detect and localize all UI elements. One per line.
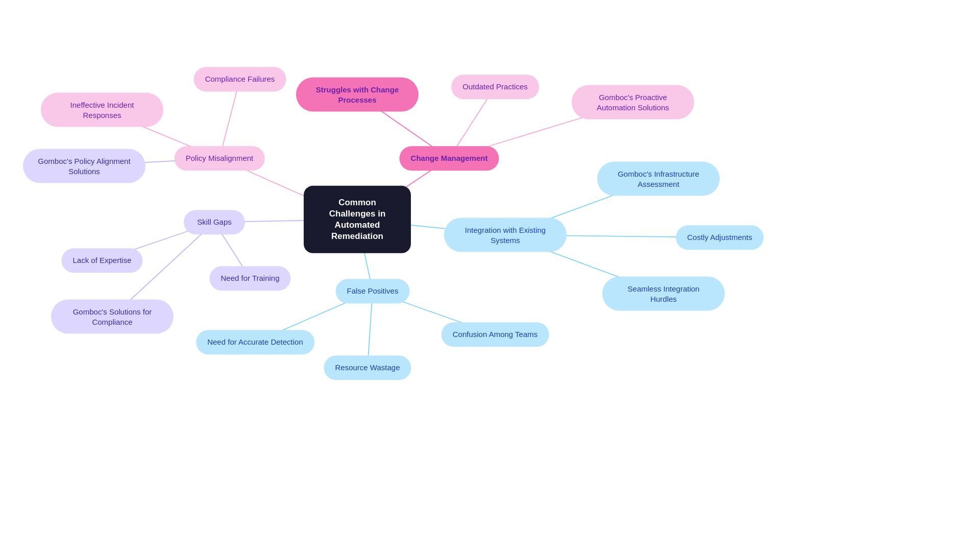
skill-gaps-node: Skill Gaps xyxy=(184,210,245,234)
outdated-practices-node: Outdated Practices xyxy=(451,75,539,99)
need-accurate-node: Need for Accurate Detection xyxy=(196,330,314,354)
integration-existing-node: Integration with Existing Systems xyxy=(444,218,567,252)
confusion-teams-node: Confusion Among Teams xyxy=(442,322,549,347)
compliance-failures-node: Compliance Failures xyxy=(194,67,286,91)
need-training-node: Need for Training xyxy=(209,266,290,291)
policy-alignment-solutions-node: Gomboc's Policy Alignment Solutions xyxy=(23,149,145,183)
costly-adjustments-node: Costly Adjustments xyxy=(676,225,764,250)
solutions-compliance-node: Gomboc's Solutions for Compliance xyxy=(51,300,174,334)
proactive-automation-node: Gomboc's Proactive Automation Solutions xyxy=(572,85,694,119)
change-management-node: Change Management xyxy=(400,146,499,171)
false-positives-node: False Positives xyxy=(336,279,410,303)
mindmap-container: Common Challenges in Automated Remediati… xyxy=(0,0,980,553)
seamless-integration-node: Seamless Integration Hurdles xyxy=(602,277,725,311)
lack-expertise-node: Lack of Expertise xyxy=(61,248,142,273)
policy-misalignment-node: Policy Misalignment xyxy=(175,146,265,171)
ineffective-incident-node: Ineffective Incident Responses xyxy=(41,93,163,127)
resource-wastage-node: Resource Wastage xyxy=(324,355,411,380)
infrastructure-assessment-node: Gomboc's Infrastructure Assessment xyxy=(597,162,720,196)
center-node: Common Challenges in Automated Remediati… xyxy=(304,186,411,253)
struggles-change-node: Struggles with Change Processes xyxy=(296,78,419,112)
